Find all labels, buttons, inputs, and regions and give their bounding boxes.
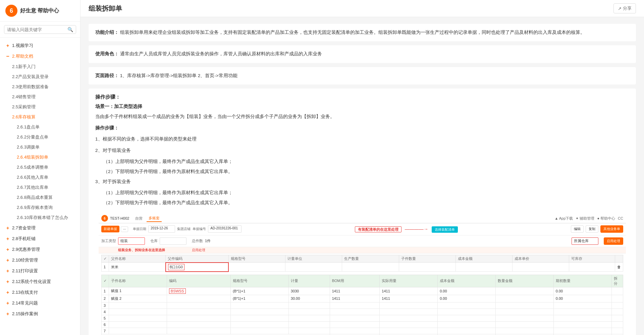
expand-icon-2-8: + bbox=[5, 236, 10, 241]
screenshot-warehouse-input: 所属仓库 bbox=[572, 237, 598, 245]
step1-text: 1、根据不同的业务，选择不同单据的类型来处理 bbox=[95, 135, 629, 144]
sidebar-item-label-1: 1.视频学习 bbox=[12, 43, 33, 49]
screenshot-btn-apply: 启用处理 bbox=[604, 237, 623, 245]
sidebar-item-2-13[interactable]: + 2.13在线支付 bbox=[0, 287, 80, 298]
ops-title: 操作步骤： bbox=[95, 94, 629, 100]
screenshot-lower-table-wrapper: ✓ 子件名称 编码 规格型号 计量 BOM用 实际用量 成本金额 数量金额 bbox=[99, 273, 626, 335]
sidebar-item-2-6-3[interactable]: 2.6.3调拨单 bbox=[0, 142, 80, 152]
sidebar-item-2-4[interactable]: 2.4销售管理 bbox=[0, 92, 80, 102]
sidebar-item-1[interactable]: + 1.视频学习 bbox=[0, 40, 80, 51]
step3-sub2: （2）下部明细为子件明细，最终作为产成品生成其它入库单。 bbox=[103, 199, 629, 207]
share-button[interactable]: ↗ 分享 bbox=[613, 3, 636, 13]
expand-icon-2-13: + bbox=[5, 290, 10, 295]
nav-area: + 1.视频学习 − 2.帮助文档 2.1新手入门 2.2产品安装及登录 2.3… bbox=[0, 38, 80, 335]
sidebar-item-label-2-9: 2.9优惠券管理 bbox=[12, 246, 40, 253]
step3-text: 3、对于拆装业务 bbox=[95, 177, 629, 186]
page-title: 组装拆卸单 bbox=[89, 4, 122, 13]
screenshot-annotation1: 有装配清单的在这里处理 bbox=[355, 226, 401, 232]
sidebar-item-2-12[interactable]: + 2.12系统个性化设置 bbox=[0, 276, 80, 287]
sidebar: 6 好生意 帮助中心 🔍 + 1.视频学习 − 2.帮助文档 2.1新手入门 2… bbox=[0, 0, 80, 335]
sidebar-item-2-5[interactable]: 2.5采购管理 bbox=[0, 102, 80, 112]
screenshot-titlebar: 6 TEST-H002 自营 多账套 ▲ App下载 ✦ 辅助管理 ● 帮助中心… bbox=[99, 214, 626, 223]
path-box: 页面路径： 1、库存核算->库存管理->组装拆卸单 2、首页->常用功能 bbox=[89, 67, 636, 85]
sidebar-item-2-14[interactable]: + 2.14常见问题 bbox=[0, 298, 80, 309]
screenshot-annotation3: 启用处理 bbox=[192, 248, 205, 253]
role-box: 使用角色： 通常由生产人员或库管人员完成拆装业务的操作，库管人员确认原材料的出库… bbox=[89, 45, 636, 63]
role-text: 使用角色： 通常由生产人员或库管人员完成拆装业务的操作，库管人员确认原材料的出库… bbox=[95, 50, 629, 58]
scene1-desc: 当由多个子件材料组装成一个成品的业务为【组装】业务，当由一个父件拆分成多个子产品… bbox=[95, 112, 629, 121]
app-title: 好生意 帮助中心 bbox=[20, 7, 59, 14]
screenshot-logo: 6 bbox=[101, 215, 108, 222]
share-label: 分享 bbox=[623, 5, 632, 11]
scene1-title: 场景一：加工类型选择 bbox=[95, 104, 629, 110]
expand-icon-2: − bbox=[5, 54, 10, 59]
step2-sub2: （2）下部明细为子件明细，最终作为原材料生成其它出库单。 bbox=[103, 167, 629, 176]
sidebar-item-2-6-1[interactable]: 2.6.1盘点单 bbox=[0, 122, 80, 132]
screenshot-btn-other: ··· bbox=[121, 226, 128, 232]
screenshot-sysid: TEST-H002 bbox=[110, 216, 129, 220]
expand-icon-2-10: + bbox=[5, 258, 10, 263]
sidebar-item-label-2: 2.帮助文档 bbox=[12, 53, 33, 59]
expand-icon-2-9: + bbox=[5, 247, 10, 252]
screenshot-form-area: 加工类型 组装 仓库 总件数 1件 所属仓库 bbox=[99, 235, 626, 247]
sidebar-item-2-6-4[interactable]: 2.6.4组装拆卸单 bbox=[0, 152, 80, 162]
screenshot-tab-ziying: 自营 bbox=[133, 215, 145, 222]
sidebar-item-label-2-11: 2.11打印设置 bbox=[12, 268, 38, 274]
top-bar: 组装拆卸单 ↗ 分享 bbox=[80, 0, 644, 17]
sidebar-item-label-2-7: 2.7资金管理 bbox=[12, 225, 36, 231]
sidebar-item-2-6-6[interactable]: 2.6.6其他入库单 bbox=[0, 172, 80, 182]
process-type-field: 加工类型 组装 bbox=[101, 237, 145, 245]
path-text: 页面路径： 1、库存核算->库存管理->组装拆卸单 2、首页->常用功能 bbox=[95, 72, 629, 80]
expand-icon-2-15: + bbox=[5, 312, 10, 316]
screenshot-process-type: 组装 bbox=[118, 237, 145, 245]
sidebar-item-2-6-7[interactable]: 2.6.7其他出库单 bbox=[0, 182, 80, 192]
sidebar-item-2-6-8[interactable]: 2.6.8商品成本重算 bbox=[0, 192, 80, 203]
sidebar-item-label-2-12: 2.12系统个性化设置 bbox=[12, 279, 51, 285]
sidebar-item-label-2-15: 2.15操作案例 bbox=[12, 311, 38, 317]
sidebar-item-2-6-10[interactable]: 2.6.10库存账本错了怎么办 bbox=[0, 213, 80, 223]
sidebar-item-2-7[interactable]: + 2.7资金管理 bbox=[0, 223, 80, 233]
intro-box: 功能介绍： 组装拆卸单用来处理企业组装或拆卸等加工业务，支持有固定装配清单的产品… bbox=[89, 24, 636, 41]
logo-area: 6 好生意 帮助中心 bbox=[0, 0, 80, 22]
sidebar-item-2-11[interactable]: + 2.11打印设置 bbox=[0, 266, 80, 276]
sidebar-item-label-2-13: 2.13在线支付 bbox=[12, 289, 38, 295]
expand-icon-2-12: + bbox=[5, 279, 10, 284]
sidebar-item-2-2[interactable]: 2.2产品安装及登录 bbox=[0, 72, 80, 82]
screenshot-btn-new: 新建单据 bbox=[101, 226, 119, 232]
sidebar-item-2-10[interactable]: + 2.10经营管理 bbox=[0, 255, 80, 266]
sidebar-item-2-6-2[interactable]: 2.6.2分量盘点单 bbox=[0, 132, 80, 142]
expand-icon-1: + bbox=[5, 43, 10, 48]
sidebar-item-2-15[interactable]: + 2.15操作案例 bbox=[0, 309, 80, 319]
expand-icon-2-14: + bbox=[5, 301, 10, 305]
sidebar-item-2-9[interactable]: + 2.9优惠券管理 bbox=[0, 244, 80, 255]
screenshot-upper-table: ✓ 父件名称 父件编码 规格型号 计量单位 生产数量 子件数量 成本金额 成本单… bbox=[101, 255, 623, 272]
screenshot-upper-table-wrapper: ✓ 父件名称 父件编码 规格型号 计量单位 生产数量 子件数量 成本金额 成本单… bbox=[99, 254, 626, 273]
sidebar-item-2-1[interactable]: 2.1新手入门 bbox=[0, 62, 80, 72]
sidebar-item-2[interactable]: − 2.帮助文档 bbox=[0, 51, 80, 62]
step2-text: 2、对于组装业务 bbox=[95, 146, 629, 155]
step2-sub1: （1）上部明细为父件明细，最终作为产成品生成其它入库单； bbox=[103, 157, 629, 166]
search-icon[interactable]: 🔍 bbox=[67, 27, 73, 32]
share-icon: ↗ bbox=[618, 6, 622, 11]
screenshot-lower-table: ✓ 子件名称 编码 规格型号 计量 BOM用 实际用量 成本金额 数量金额 bbox=[101, 275, 623, 335]
screenshot-toolbar: 新建单据 ··· 单据日期 2019-12-26 集团店铺 单据编号 AD-20… bbox=[99, 223, 626, 235]
screenshot-btn-process: 选择装配清单 bbox=[432, 226, 458, 233]
fake-screenshot: 6 TEST-H002 自营 多账套 ▲ App下载 ✦ 辅助管理 ● 帮助中心… bbox=[99, 214, 626, 335]
intro-text: 功能介绍： 组装拆卸单用来处理企业组装或拆卸等加工业务，支持有固定装配清单的产品… bbox=[95, 29, 629, 37]
step3-sub1: （1）上部明细为父件明细，最终作为原材料生成其它出库单； bbox=[103, 188, 629, 197]
sidebar-item-2-6[interactable]: 2.6库存核算 bbox=[0, 112, 80, 122]
sidebar-item-2-6-5[interactable]: 2.6.5成本调整单 bbox=[0, 162, 80, 172]
expand-icon-2-11: + bbox=[5, 269, 10, 273]
steps-label: 操作步骤： bbox=[95, 124, 629, 132]
sidebar-item-2-8[interactable]: + 2.8手机旺铺 bbox=[0, 233, 80, 244]
screenshot-annotation2: 组装业务、拆卸业务在这里选择 bbox=[118, 248, 165, 253]
search-box[interactable]: 🔍 bbox=[4, 25, 76, 34]
expand-icon-2-7: + bbox=[5, 226, 10, 230]
sidebar-item-2-3[interactable]: 2.3使用前数据准备 bbox=[0, 82, 80, 92]
app-logo-icon: 6 bbox=[5, 5, 17, 17]
search-input[interactable] bbox=[7, 27, 67, 32]
sidebar-item-2-6-9[interactable]: 2.6.9库存账本查询 bbox=[0, 203, 80, 213]
main-content: 组装拆卸单 ↗ 分享 功能介绍： 组装拆卸单用来处理企业组装或拆卸等加工业务，支… bbox=[80, 0, 644, 335]
sidebar-item-label-2-8: 2.8手机旺铺 bbox=[12, 236, 36, 242]
screenshot-container: 6 TEST-H002 自营 多账套 ▲ App下载 ✦ 辅助管理 ● 帮助中心… bbox=[95, 211, 629, 335]
